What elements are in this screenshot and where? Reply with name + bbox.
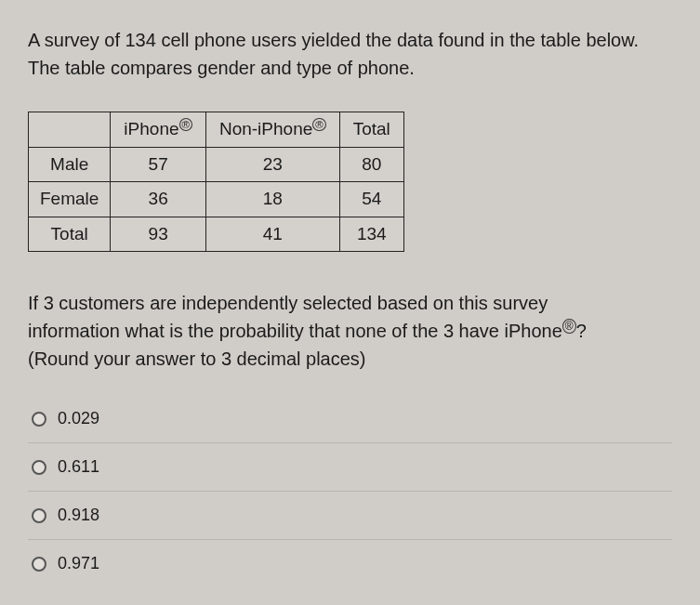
cell: 134 bbox=[339, 217, 403, 252]
row-label: Female bbox=[29, 182, 111, 217]
col-header-iphone: iPhone® bbox=[111, 112, 206, 148]
row-label: Male bbox=[29, 147, 111, 182]
table-row: Male 57 23 80 bbox=[29, 147, 404, 182]
question-intro: A survey of 134 cell phone users yielded… bbox=[28, 26, 672, 82]
cell: 54 bbox=[339, 182, 403, 217]
answer-option[interactable]: 0.611 bbox=[28, 443, 672, 492]
registered-icon: ® bbox=[312, 118, 325, 131]
table-header-row: iPhone® Non-iPhone® Total bbox=[29, 112, 404, 148]
option-label: 0.611 bbox=[58, 454, 99, 480]
answer-options: 0.029 0.611 0.918 0.971 bbox=[28, 395, 672, 587]
answer-option[interactable]: 0.971 bbox=[28, 540, 672, 587]
answer-option[interactable]: 0.029 bbox=[28, 395, 672, 443]
cell: 41 bbox=[205, 217, 339, 252]
table-row: Female 36 18 54 bbox=[29, 182, 404, 217]
question-text: If 3 customers are independently selecte… bbox=[28, 289, 672, 373]
cell: 93 bbox=[111, 217, 206, 252]
radio-icon[interactable] bbox=[32, 508, 46, 523]
row-label: Total bbox=[29, 217, 111, 252]
registered-icon: ® bbox=[179, 118, 192, 131]
option-label: 0.918 bbox=[58, 503, 99, 528]
radio-icon[interactable] bbox=[32, 460, 46, 475]
radio-icon[interactable] bbox=[32, 412, 46, 427]
blank-cell bbox=[29, 112, 111, 148]
option-label: 0.029 bbox=[58, 406, 99, 431]
cell: 57 bbox=[111, 147, 206, 182]
table-row: Total 93 41 134 bbox=[29, 217, 404, 252]
cell: 18 bbox=[205, 182, 339, 217]
cell: 36 bbox=[111, 182, 206, 217]
cell: 23 bbox=[205, 147, 339, 182]
col-header-noniphone: Non-iPhone® bbox=[205, 112, 339, 148]
cell: 80 bbox=[339, 147, 403, 182]
radio-icon[interactable] bbox=[32, 557, 46, 572]
col-header-total: Total bbox=[339, 112, 403, 148]
option-label: 0.971 bbox=[58, 551, 99, 576]
registered-icon: ® bbox=[562, 319, 576, 334]
answer-option[interactable]: 0.918 bbox=[28, 492, 672, 540]
data-table: iPhone® Non-iPhone® Total Male 57 23 80 … bbox=[28, 112, 404, 252]
